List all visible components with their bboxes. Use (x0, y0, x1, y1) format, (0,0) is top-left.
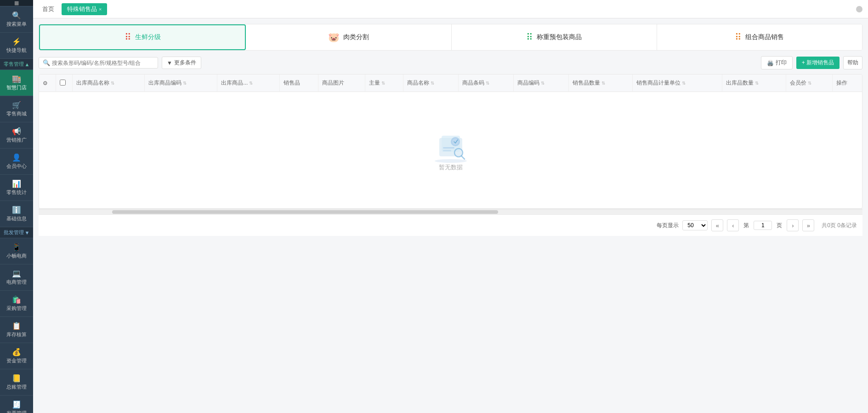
quick-nav-icon: ⚡ (12, 37, 21, 46)
retail-mall-icon: 🛒 (12, 101, 21, 109)
tab-special-sales[interactable]: 特殊销售品 × (62, 3, 107, 15)
th-label: 出库商品... (221, 79, 248, 87)
svg-rect-6 (443, 150, 451, 151)
th-label: 出库商品名称 (76, 79, 109, 87)
th-weight[interactable]: 主量 ⇅ (365, 75, 403, 92)
add-product-button[interactable]: + 新增销售品 (796, 57, 840, 69)
search-input[interactable] (52, 60, 154, 66)
scrollbar-thumb[interactable] (112, 210, 498, 214)
toolbar: 🔍 ▼ 更多条件 🖨️ 打印 + 新增销售品 帮助 (39, 56, 862, 69)
cat-tab-fresh-grading[interactable]: ⠿ 生鲜分级 (39, 24, 246, 50)
page-size-select[interactable]: 50 10 20 100 (682, 220, 708, 230)
cat-tab-label: 称重预包装商品 (537, 33, 582, 41)
select-all-checkbox[interactable] (60, 80, 66, 86)
th-member-price[interactable]: 会员价 ⇅ (786, 75, 833, 92)
wholesale-label: 批发管理 (4, 229, 24, 236)
sidebar-item-sales-promo[interactable]: 📢 营销推广 (0, 122, 33, 149)
th-checkbox[interactable] (56, 75, 72, 92)
member-center-icon: 👤 (12, 153, 21, 162)
th-sales-qty[interactable]: 销售品数量 ⇅ (568, 75, 632, 92)
sidebar-item-retail-stats[interactable]: 📊 零售统计 (0, 175, 33, 201)
sidebar-item-smart-store[interactable]: 🏬 智慧门店 (0, 70, 33, 96)
sidebar-section-retail[interactable]: 零售管理 ▲ (0, 59, 33, 70)
sidebar-item-member-center[interactable]: 👤 会员中心 (0, 149, 33, 175)
filter-button[interactable]: ▼ 更多条件 (162, 57, 201, 69)
th-out-product-code[interactable]: 出库商品编码 ⇅ (145, 75, 217, 92)
page-number-input[interactable] (754, 221, 772, 230)
retail-mgmt-label: 零售管理 (4, 61, 24, 68)
th-sales-unit[interactable]: 销售商品计量单位 ⇅ (632, 75, 722, 92)
sidebar-item-label: 总账管理 (6, 384, 27, 390)
cat-tab-label: 生鲜分级 (135, 33, 161, 41)
th-product-name[interactable]: 商品名称 ⇅ (403, 75, 458, 92)
sidebar-item-quick-nav[interactable]: ⚡ 快捷导航 (0, 33, 33, 59)
sidebar-item-invoice[interactable]: 🧾 发票管理 (0, 396, 33, 413)
th-label: 销售品数量 (573, 79, 600, 87)
first-page-button[interactable]: « (711, 219, 723, 231)
horizontal-scrollbar[interactable] (39, 209, 862, 214)
sidebar-item-search-menu[interactable]: 🔍 搜索菜单 (0, 6, 33, 33)
cat-tab-combo-products[interactable]: ⠿ 组合商品销售 (657, 24, 862, 50)
toolbar-left: 🔍 ▼ 更多条件 (39, 57, 201, 69)
sidebar-item-ledger[interactable]: 📒 总账管理 (0, 369, 33, 396)
help-button[interactable]: 帮助 (843, 56, 862, 69)
basic-info-icon: ℹ️ (12, 206, 21, 214)
search-box[interactable]: 🔍 (39, 57, 158, 69)
sidebar-item-label: 资金管理 (6, 357, 27, 364)
cat-tab-meat-cutting[interactable]: 🐷 肉类分割 (246, 24, 451, 50)
svg-line-8 (461, 156, 465, 159)
toolbar-right: 🖨️ 打印 + 新增销售品 帮助 (761, 56, 862, 69)
sidebar-logo: ▦ (0, 0, 33, 6)
cat-tab-label: 组合商品销售 (745, 33, 784, 41)
th-label: 操作 (836, 79, 847, 87)
th-out-qty[interactable]: 出库品数量 ⇅ (722, 75, 786, 92)
content-area: ⠿ 生鲜分级 🐷 肉类分割 ⠿ 称重预包装商品 ⠿ 组合商品销售 🔍 (33, 18, 868, 413)
tab-close-icon[interactable]: × (99, 6, 102, 12)
sidebar-item-purchase-mgmt[interactable]: 🛍️ 采购管理 (0, 291, 33, 317)
sort-icon: ⇅ (601, 80, 605, 86)
next-page-button[interactable]: › (787, 219, 799, 231)
inventory-icon: 📋 (12, 321, 21, 330)
sidebar-item-label: 零售商城 (6, 110, 27, 117)
print-button[interactable]: 🖨️ 打印 (761, 56, 793, 69)
retail-stats-icon: 📊 (12, 179, 21, 188)
th-product-code[interactable]: 商品编码 ⇅ (513, 75, 568, 92)
sidebar-item-label: 小畅电商 (6, 252, 27, 259)
page-size-label: 每页显示 (657, 222, 679, 229)
sort-icon: ⇅ (249, 80, 253, 86)
settings-col-icon: ⚙ (43, 80, 48, 86)
th-out-product-name[interactable]: 出库商品名称 ⇅ (72, 75, 145, 92)
sidebar-item-basic-info[interactable]: ℹ️ 基础信息 (0, 201, 33, 227)
sidebar-item-ecom-mgmt[interactable]: 💻 电商管理 (0, 264, 33, 291)
sidebar: ▦ 🔍 搜索菜单 ⚡ 快捷导航 零售管理 ▲ 🏬 智慧门店 🛒 零售商城 📢 营… (0, 0, 33, 413)
th-settings[interactable]: ⚙ (39, 75, 56, 92)
weight-prepack-icon: ⠿ (526, 32, 533, 43)
active-tab-label: 特殊销售品 (67, 5, 97, 13)
sidebar-item-label: 库存核算 (6, 331, 27, 338)
add-label: + 新增销售品 (802, 59, 834, 67)
tab-home[interactable]: 首页 (39, 3, 58, 15)
last-page-button[interactable]: » (802, 219, 814, 231)
table-container: ⚙ 出库商品名称 ⇅ 出库商 (39, 74, 862, 209)
sidebar-item-finance[interactable]: 💰 资金管理 (0, 343, 33, 369)
sort-icon: ⇅ (111, 80, 114, 86)
sidebar-item-retail-mall[interactable]: 🛒 零售商城 (0, 96, 33, 122)
sort-icon: ⇅ (183, 80, 187, 86)
th-label: 出库品数量 (726, 79, 754, 87)
th-label: 商品名称 (407, 79, 429, 87)
th-barcode[interactable]: 商品条码 ⇅ (458, 75, 513, 92)
sidebar-item-mini-ecom[interactable]: 📱 小畅电商 (0, 238, 33, 264)
sidebar-item-inventory[interactable]: 📋 库存核算 (0, 317, 33, 343)
chevron-icon: ▼ (25, 230, 30, 235)
prev-page-button[interactable]: ‹ (727, 219, 739, 231)
sort-icon: ⇅ (541, 80, 545, 86)
th-product-image: 商品图片 (318, 75, 365, 92)
filter-label: 更多条件 (174, 59, 196, 67)
print-icon: 🖨️ (767, 60, 774, 66)
combo-products-icon: ⠿ (735, 32, 742, 43)
sort-icon: ⇅ (682, 80, 686, 86)
cat-tab-weight-prepack[interactable]: ⠿ 称重预包装商品 (452, 24, 657, 50)
sidebar-section-wholesale[interactable]: 批发管理 ▼ (0, 227, 33, 238)
th-out-product-spec[interactable]: 出库商品... ⇅ (217, 75, 280, 92)
sidebar-item-label: 采购管理 (6, 305, 27, 312)
